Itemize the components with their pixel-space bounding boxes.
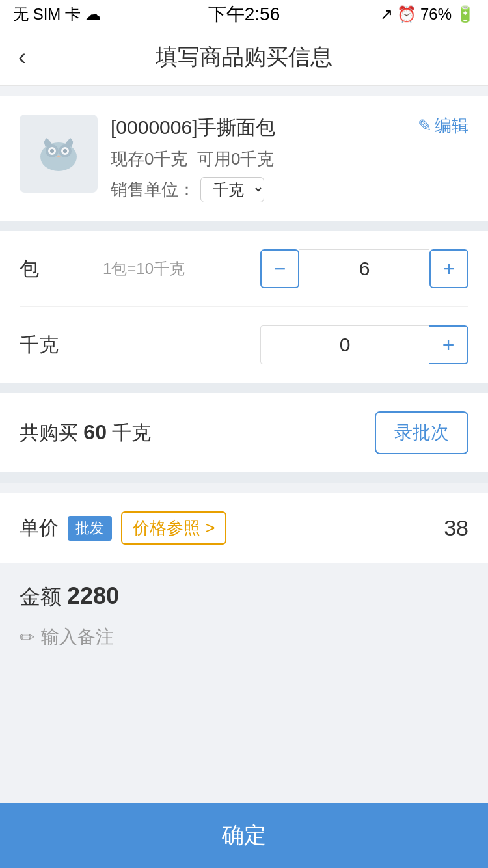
note-row[interactable]: ✏ 输入备注 xyxy=(20,625,468,649)
price-tag: 批发 xyxy=(68,516,112,541)
price-reference-button[interactable]: 价格参照 > xyxy=(121,511,226,545)
product-card: [0000006]手撕面包 现存0千克 可用0千克 销售单位： 千克 包 ✎ 编… xyxy=(0,96,488,221)
price-value: 38 xyxy=(444,515,468,541)
bao-input[interactable] xyxy=(299,249,429,288)
note-icon: ✏ xyxy=(20,627,34,648)
network-status: 无 SIM 卡 ☁ xyxy=(13,4,101,25)
battery-icon: 🔋 xyxy=(455,5,475,23)
amount-section: 金额 2280 ✏ 输入备注 xyxy=(0,563,488,669)
price-label: 单价 xyxy=(20,515,59,541)
battery-level: 76% xyxy=(420,5,452,23)
edit-icon: ✎ xyxy=(418,116,432,136)
amount-value: 2280 xyxy=(67,582,119,609)
quantity-section: 包 1包=10千克 − + 千克 + xyxy=(0,231,488,383)
batch-button[interactable]: 录批次 xyxy=(375,411,468,454)
svg-point-5 xyxy=(50,149,54,153)
product-unit-row: 销售单位： 千克 包 xyxy=(111,177,405,202)
summary-text: 共购买 60 千克 xyxy=(20,420,151,446)
status-left: 无 SIM 卡 ☁ xyxy=(13,4,101,25)
price-row: 单价 批发 价格参照 > 38 xyxy=(20,511,468,545)
status-time: 下午2:56 xyxy=(208,2,280,27)
section-divider-2 xyxy=(0,383,488,393)
product-info: [0000006]手撕面包 现存0千克 可用0千克 销售单位： 千克 包 xyxy=(111,115,405,202)
product-thumbnail xyxy=(20,115,98,193)
product-stock: 现存0千克 可用0千克 xyxy=(111,148,405,170)
page-title: 填写商品购买信息 xyxy=(156,42,332,72)
bao-minus-button[interactable]: − xyxy=(260,249,299,288)
status-bar: 无 SIM 卡 ☁ 下午2:56 ↗ ⏰ 76% 🔋 xyxy=(0,0,488,29)
bao-controls: − + xyxy=(260,249,468,288)
product-name: [0000006]手撕面包 xyxy=(111,115,405,141)
kg-label: 千克 xyxy=(20,332,98,359)
edit-button[interactable]: ✎ 编辑 xyxy=(418,115,468,137)
status-right: ↗ ⏰ 76% 🔋 xyxy=(380,5,475,23)
kg-input-row: 千克 + xyxy=(20,307,468,383)
confirm-bar[interactable]: 确定 xyxy=(0,803,488,868)
location-icon: ↗ xyxy=(380,5,393,23)
price-section: 单价 批发 价格参照 > 38 xyxy=(0,493,488,563)
kg-controls: + xyxy=(260,325,468,364)
kg-input[interactable] xyxy=(260,325,429,364)
amount-row: 金额 2280 xyxy=(20,582,468,612)
bao-plus-button[interactable]: + xyxy=(429,249,468,288)
bao-input-row: 包 1包=10千克 − + xyxy=(20,231,468,307)
kg-plus-button[interactable]: + xyxy=(429,325,468,364)
confirm-button[interactable]: 确定 xyxy=(222,821,266,850)
bao-label: 包 xyxy=(20,256,98,282)
note-placeholder: 输入备注 xyxy=(41,625,114,649)
summary-qty: 60 xyxy=(83,420,107,444)
back-button[interactable]: ‹ xyxy=(18,44,26,71)
nav-bar: ‹ 填写商品购买信息 xyxy=(0,29,488,86)
unit-select[interactable]: 千克 包 xyxy=(200,177,264,202)
section-divider-1 xyxy=(0,221,488,231)
alarm-icon: ⏰ xyxy=(397,5,416,23)
svg-point-6 xyxy=(63,149,67,153)
bao-sublabel: 1包=10千克 xyxy=(103,258,185,279)
summary-section: 共购买 60 千克 录批次 xyxy=(0,393,488,472)
section-divider-3 xyxy=(0,472,488,483)
product-logo-icon xyxy=(33,128,85,180)
